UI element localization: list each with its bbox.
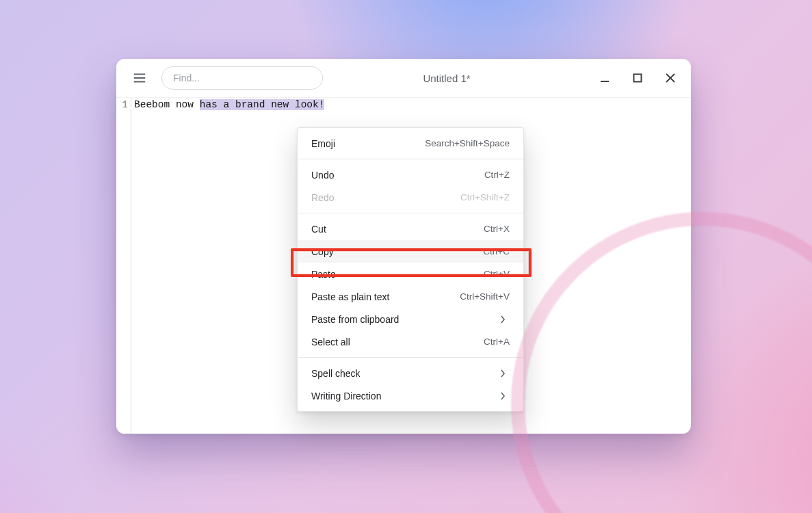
menu-item-shortcut: Search+Shift+Space [425, 138, 510, 148]
menu-divider [298, 159, 523, 159]
menu-item-shortcut: Ctrl+V [484, 269, 510, 279]
menu-item-shortcut: Ctrl+C [483, 246, 510, 256]
maximize-icon[interactable] [631, 71, 644, 85]
menu-item-spell-check[interactable]: Spell check [298, 362, 523, 384]
editor-text-selected: has a brand new look! [200, 99, 325, 110]
menu-item-label: Paste as plain text [311, 291, 389, 302]
menu-item-label: Copy [311, 246, 334, 257]
find-input[interactable] [173, 73, 311, 83]
menu-item-copy[interactable]: Copy Ctrl+C [298, 240, 523, 263]
menu-item-paste-plain[interactable]: Paste as plain text Ctrl+Shift+V [298, 285, 523, 308]
menu-item-label: Select all [311, 337, 350, 347]
menu-item-label: Writing Direction [311, 391, 381, 402]
menu-item-paste-clipboard[interactable]: Paste from clipboard [298, 308, 523, 330]
line-number: 1 [116, 99, 128, 110]
menu-item-label: Undo [311, 170, 334, 181]
menu-item-label: Paste from clipboard [311, 314, 399, 325]
menu-icon[interactable] [126, 64, 153, 92]
menu-item-paste[interactable]: Paste Ctrl+V [298, 263, 523, 285]
menu-divider [298, 357, 523, 358]
chevron-right-icon [500, 369, 510, 378]
chevron-right-icon [500, 315, 510, 324]
menu-item-label: Emoji [311, 138, 335, 149]
svg-rect-4 [634, 75, 642, 82]
menu-item-redo: Redo Ctrl+Shift+Z [298, 186, 523, 209]
menu-item-shortcut: Ctrl+Shift+Z [460, 192, 510, 202]
context-menu: Emoji Search+Shift+Space Undo Ctrl+Z Red… [297, 127, 524, 412]
menu-item-shortcut: Ctrl+Shift+V [460, 291, 510, 302]
menu-item-undo[interactable]: Undo Ctrl+Z [298, 163, 523, 186]
menu-item-shortcut: Ctrl+Z [484, 170, 510, 180]
minimize-icon[interactable] [598, 71, 612, 85]
menu-item-cut[interactable]: Cut Ctrl+X [298, 218, 523, 240]
editor-text-plain: Beebom now [134, 99, 200, 110]
menu-item-shortcut: Ctrl+A [484, 337, 510, 347]
menu-item-label: Redo [311, 192, 334, 203]
document-title: Untitled 1* [331, 73, 590, 84]
close-icon[interactable] [664, 71, 677, 85]
menu-item-select-all[interactable]: Select all Ctrl+A [298, 330, 523, 353]
menu-item-shortcut: Ctrl+X [484, 224, 510, 234]
window-controls [598, 71, 681, 85]
menu-item-emoji[interactable]: Emoji Search+Shift+Space [298, 132, 523, 155]
titlebar: Untitled 1* [116, 59, 691, 97]
menu-item-writing-direction[interactable]: Writing Direction [298, 384, 523, 407]
menu-item-label: Paste [311, 269, 336, 280]
find-field[interactable] [161, 66, 323, 90]
menu-item-label: Cut [311, 224, 326, 235]
menu-divider [298, 213, 523, 213]
chevron-right-icon [500, 392, 510, 400]
line-number-gutter: 1 [116, 98, 131, 434]
menu-item-label: Spell check [311, 368, 361, 379]
